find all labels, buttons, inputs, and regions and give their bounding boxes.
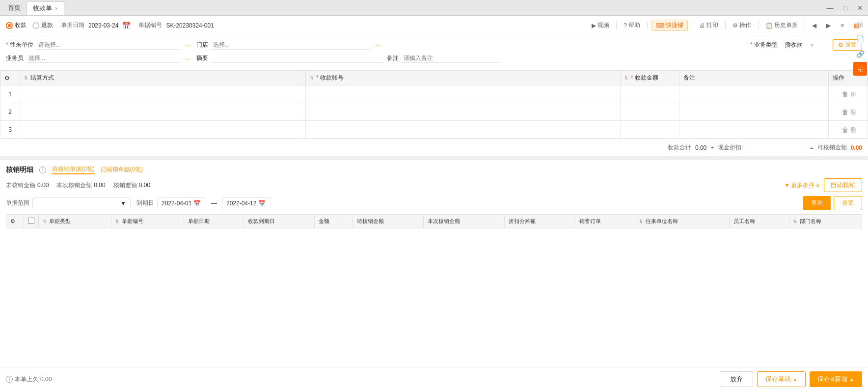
th-remark: 备注: [679, 71, 828, 85]
next-button[interactable]: ▶: [823, 21, 834, 30]
summary-input[interactable]: [211, 54, 383, 63]
video-button[interactable]: ▶ 视频: [589, 20, 612, 30]
copy-icon-3[interactable]: ⎘: [851, 126, 855, 134]
save-new-button[interactable]: 保存&新增 ▲: [810, 371, 862, 387]
save-draft-button[interactable]: 保存草稿 ▲: [757, 371, 806, 387]
radio-refund[interactable]: 退款: [32, 21, 53, 29]
row-amount-2[interactable]: [620, 103, 679, 121]
sidebar-document-icon[interactable]: 📄: [853, 32, 867, 46]
copy-icon-1[interactable]: ⎘: [851, 90, 855, 98]
main-table: ⚙ ⇅ 结算方式 ⇅ * 收款账号 ⇅ * 收款金额: [0, 70, 868, 139]
pending-tab[interactable]: 待核销单据(0笔): [52, 165, 95, 174]
sub-th-checkbox[interactable]: [24, 215, 39, 228]
row-account-2[interactable]: [305, 103, 620, 121]
per-info-icon[interactable]: i: [6, 376, 13, 383]
video-label: 视频: [597, 21, 609, 29]
form-row-1: * 往来单位 ··· 门店 ··· * 业务类型 预收款 ▼: [6, 39, 862, 51]
due-date-start[interactable]: 2022-04-01 📅: [157, 197, 206, 209]
due-date-label: 到期日: [136, 199, 154, 207]
diff-value: 0.00: [139, 182, 150, 189]
unchecked-label: 未核销金额: [6, 181, 35, 190]
done-tab[interactable]: 已核销单据(0笔): [101, 166, 143, 174]
discount-input[interactable]: [747, 143, 806, 152]
prev-button[interactable]: ◀: [809, 21, 819, 30]
biz-type-label: * 业务类型: [750, 41, 778, 49]
staff-input[interactable]: [27, 54, 180, 63]
sub-th-date: 单据日期: [184, 215, 244, 228]
range-select[interactable]: ▼: [32, 197, 131, 209]
sub-th-settings[interactable]: ⚙: [6, 215, 24, 228]
sub-table-settings-icon[interactable]: ⚙: [10, 218, 15, 224]
discount-label: 现金折扣:: [718, 143, 743, 152]
row-settlement-3[interactable]: [20, 121, 306, 139]
restore-button[interactable]: □: [841, 3, 850, 13]
auto-verify-button[interactable]: 自动核销: [824, 178, 862, 192]
row-settlement-1[interactable]: [20, 85, 306, 103]
range-label: 单据范围: [6, 199, 29, 207]
shop-more-btn[interactable]: ···: [373, 41, 383, 49]
close-button[interactable]: ✕: [854, 3, 866, 13]
operation-button[interactable]: ⚙ 操作: [730, 20, 754, 30]
video-icon: ▶: [592, 22, 596, 29]
partner-more-btn[interactable]: ···: [183, 41, 192, 49]
calendar-icon[interactable]: 📅: [122, 22, 131, 29]
sidebar-table-icon[interactable]: ⊞: [853, 18, 867, 31]
delete-icon-1[interactable]: 🗑: [841, 90, 848, 98]
sidebar-layout-icon[interactable]: ◱: [853, 62, 867, 76]
tab-home[interactable]: 首页: [2, 1, 27, 15]
row-amount-1[interactable]: [620, 85, 679, 103]
current-stat: 本次核销金额 0.00: [56, 181, 105, 190]
radio-receive-label: 收款: [15, 21, 27, 29]
due-date-field: 到期日 2022-04-01 📅 — 2022-04-12 📅: [136, 197, 271, 209]
summary-row: 收款合计 0.00 + 现金折扣: = 可核销金额 0.00: [0, 139, 868, 156]
th-settlement-label: 结算方式: [30, 74, 54, 81]
tab-close-icon[interactable]: ×: [55, 6, 58, 11]
filter-row: 单据范围 ▼ 到期日 2022-04-01 📅 — 2022-04-12 📅: [6, 196, 862, 210]
select-all-checkbox[interactable]: [28, 218, 34, 224]
biz-type-dropdown[interactable]: ▼: [809, 42, 815, 49]
row-remark-3[interactable]: [679, 121, 828, 139]
help-button[interactable]: ? 帮助: [621, 20, 643, 30]
verify-stats: 未核销金额 0.00 本次核销金额 0.00 核销差额 0.00 ▼ 更多条件 …: [6, 178, 862, 192]
more-filter-btn[interactable]: ▼ 更多条件 ∧: [784, 181, 820, 190]
sub-th-due-label: 收款到期日: [248, 218, 275, 224]
sub-th-amount: 金额: [314, 215, 353, 228]
print-button[interactable]: 🖨 打印: [696, 20, 721, 30]
row-remark-1[interactable]: [679, 85, 828, 103]
divider-2: [647, 22, 648, 29]
list-view-button[interactable]: ≡: [838, 21, 847, 30]
shop-input[interactable]: [211, 40, 370, 50]
remark-input[interactable]: [402, 54, 500, 63]
staff-more-btn[interactable]: ···: [183, 55, 192, 62]
th-settings[interactable]: ⚙: [0, 71, 20, 85]
delete-icon-2[interactable]: 🗑: [841, 108, 848, 116]
due-date-end[interactable]: 2022-04-12 📅: [222, 197, 271, 209]
delete-icon-3[interactable]: 🗑: [841, 126, 848, 134]
verify-settings-button[interactable]: 设置: [834, 196, 862, 210]
th-settlement: ⇅ 结算方式: [20, 71, 306, 85]
row-settlement-2[interactable]: [20, 103, 306, 121]
partner-input[interactable]: [36, 40, 180, 50]
date-label: 单据日期: [61, 21, 84, 29]
chevron-up-icon: ∧: [815, 182, 820, 189]
shortcut-button[interactable]: ⌨ 快捷键: [651, 20, 688, 31]
sub-table: ⚙ ⇅ 单据类型 ⇅ 单据编号: [6, 214, 862, 228]
row-remark-2[interactable]: [679, 103, 828, 121]
sidebar-link-icon[interactable]: 🔗: [853, 47, 867, 61]
query-button[interactable]: 查询: [803, 196, 831, 210]
home-tab-label: 首页: [8, 3, 21, 12]
help-label: 帮助: [628, 21, 640, 29]
verify-info-icon[interactable]: i: [39, 167, 46, 173]
sub-th-type-label: 单据类型: [49, 218, 71, 224]
copy-icon-2[interactable]: ⎘: [851, 108, 855, 116]
minimize-button[interactable]: —: [824, 3, 837, 13]
row-account-1[interactable]: [305, 85, 620, 103]
tab-current[interactable]: 收款单 ×: [27, 1, 64, 15]
row-amount-3[interactable]: [620, 121, 679, 139]
abandon-button[interactable]: 放弃: [720, 371, 753, 387]
number-info: 单据编号 SK-20230324-001: [138, 21, 214, 29]
radio-receive[interactable]: 收款: [6, 21, 27, 29]
history-button[interactable]: 📋 历史单据: [762, 20, 801, 30]
table-settings-icon[interactable]: ⚙: [4, 75, 10, 82]
row-account-3[interactable]: [305, 121, 620, 139]
